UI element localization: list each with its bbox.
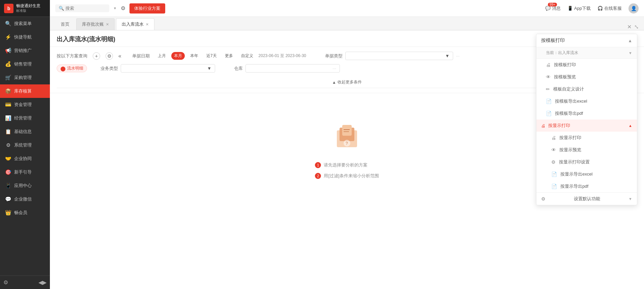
dp-display-print-settings[interactable]: ⚙ 按显示打印设置 — [536, 156, 637, 168]
sidebar-item-app-center[interactable]: 📱 应用中心 — [0, 179, 50, 192]
user-icon: 👤 — [631, 6, 637, 11]
current-label: 当前：出入库流水 — [546, 50, 578, 56]
sidebar-item-label: 畅会员 — [14, 210, 27, 216]
sidebar-item-label: 销售管理 — [14, 61, 32, 67]
search-box[interactable]: 🔍 — [55, 4, 109, 12]
chat-icon: 💬 — [5, 196, 11, 203]
topbar-settings-icon[interactable]: ⚙ — [121, 5, 125, 11]
business-type-select[interactable]: ▼ — [121, 64, 215, 73]
add-filter-btn[interactable]: + — [93, 52, 100, 60]
tab-home[interactable]: 首页 — [55, 19, 75, 30]
search-input[interactable] — [65, 6, 106, 11]
user-avatar[interactable]: 👤 — [628, 3, 639, 14]
dp-template-custom[interactable]: ✏ 模板自定义设计 — [536, 83, 637, 95]
warehouse-more[interactable]: ··· — [332, 66, 336, 71]
voucher-type-dropdown: ▼ — [445, 53, 449, 58]
sidebar-item-sales[interactable]: 💰 销售管理 — [0, 57, 50, 71]
dp-display-section-title: 🖨 按显示打印 — [541, 123, 570, 129]
warehouse-select[interactable]: ··· — [245, 64, 340, 73]
filter-settings-btn[interactable]: ⚙ — [106, 52, 113, 60]
content-wrapper: 出入库流水(流水明细) 🖨 按模板打印 ▲ 📤 导出 🔄 — [50, 30, 644, 289]
tab-label: 库存批次账 — [82, 21, 104, 27]
sidebar-item-label: 系统管理 — [14, 142, 32, 148]
date-this-year[interactable]: 本年 — [187, 52, 201, 60]
dp-display-section-header[interactable]: 🖨 按显示打印 ▲ — [536, 120, 637, 132]
search-dropdown-arrow[interactable]: ▼ — [113, 6, 117, 10]
top-bar: 🔍 ▼ ⚙ 体验行业方案 💬 消息 99+ 📱 App下载 🎧 — [50, 0, 644, 17]
online-service-btn[interactable]: 🎧 在线客服 — [597, 5, 622, 11]
dropdown-close-chevron[interactable]: ▲ — [628, 38, 632, 43]
date-last-month[interactable]: 上月 — [155, 52, 169, 60]
dp-display-print[interactable]: 🖨 按显示打印 — [536, 132, 637, 144]
sidebar-item-guide[interactable]: 🎯 新手引导 — [0, 165, 50, 179]
sidebar-item-operations[interactable]: 📊 经营管理 — [0, 111, 50, 125]
tab-flow[interactable]: 出入库流水 ✕ — [116, 18, 154, 30]
dropdown-header: 按模板打印 ▲ — [536, 34, 637, 47]
date-last-7-days[interactable]: 近7天 — [204, 52, 219, 60]
sidebar-item-label: 资金管理 — [14, 102, 32, 108]
settings-default-icon: ⚙ — [541, 196, 546, 202]
printer-icon: 🖨 — [546, 62, 551, 68]
sidebar-item-member[interactable]: 👑 畅会员 — [0, 206, 50, 219]
collapse-sidebar-icon[interactable]: ◀▶ — [38, 279, 47, 286]
voucher-type-select[interactable]: ▼ — [345, 52, 453, 60]
dp-template-preview[interactable]: 👁 按模板预览 — [536, 71, 637, 83]
cart-icon: 🛒 — [5, 74, 11, 81]
dp-template-export-excel[interactable]: 📄 按模板导出excel — [536, 95, 637, 107]
clipboard-icon: 📋 — [5, 128, 11, 135]
industry-btn[interactable]: 体验行业方案 — [129, 3, 165, 14]
date-custom[interactable]: 自定义 — [238, 52, 256, 60]
business-type-label: 业务类型 — [100, 65, 118, 72]
settings-bottom-icon[interactable]: ⚙ — [3, 279, 8, 286]
app-download-label: App下载 — [574, 5, 591, 11]
settings-icon: ⚙ — [551, 159, 556, 165]
headset-icon: 🎧 — [597, 6, 603, 11]
flow-tag[interactable]: ⬤ 流水明细 — [57, 64, 87, 72]
megaphone-icon: 📢 — [5, 47, 11, 54]
app-download-btn[interactable]: 📱 App下载 — [567, 5, 591, 11]
dp-sub-item-label: 按显示导出excel — [560, 171, 592, 177]
business-type-section: 业务类型 ▼ — [100, 64, 215, 73]
collapse-filter-icon[interactable]: « — [118, 53, 121, 59]
chart-icon: 📊 — [5, 115, 11, 122]
close-window-icon[interactable]: ✕ — [627, 24, 632, 30]
maximize-window-icon[interactable]: ⤡ — [634, 24, 639, 30]
sidebar-item-basic[interactable]: 📋 基础信息 — [0, 125, 50, 138]
dp-sub-item-label: 按显示预览 — [559, 147, 581, 153]
svg-rect-2 — [342, 125, 352, 136]
dropdown-title: 按模板打印 — [541, 37, 565, 44]
dp-display-preview[interactable]: 👁 按显示预览 — [536, 144, 637, 156]
dp-display-export-excel[interactable]: 📄 按显示导出excel — [536, 168, 637, 180]
sidebar-item-finance[interactable]: 💳 资金管理 — [0, 98, 50, 111]
sidebar-item-label: 企业微信 — [14, 196, 32, 202]
sidebar-item-quick-nav[interactable]: ⚡ 快捷导航 — [0, 30, 50, 44]
dp-template-export-pdf[interactable]: 📄 按模板导出pdf — [536, 107, 637, 120]
tab-batch[interactable]: 库存批次账 ✕ — [76, 18, 115, 30]
tab-close-batch[interactable]: ✕ — [106, 22, 109, 27]
collapse-label: 收起更多条件 — [338, 79, 362, 85]
date-more[interactable]: 更多 — [222, 52, 236, 60]
date-this-month[interactable]: 本月 — [171, 52, 185, 60]
tab-close-flow[interactable]: ✕ — [146, 22, 149, 27]
sidebar-item-inventory[interactable]: 📦 库存核算 — [0, 84, 50, 98]
current-arrow: ▼ — [628, 51, 632, 55]
display-print-section-icon: 🖨 — [541, 123, 546, 128]
dp-template-print[interactable]: 🖨 按模板打印 — [536, 59, 637, 71]
sidebar-item-wechat[interactable]: 💬 企业微信 — [0, 192, 50, 206]
page-title: 出入库流水(流水明细) — [57, 35, 115, 43]
voucher-type-section: 单据类型 ▼ ··· — [325, 52, 460, 60]
dp-footer-label: 设置默认功能 — [574, 196, 600, 202]
sidebar-item-system[interactable]: ⚙ 系统管理 — [0, 138, 50, 152]
dp-display-export-pdf[interactable]: 📄 按显示导出pdf — [536, 180, 637, 192]
message-btn[interactable]: 💬 消息 99+ — [545, 5, 561, 11]
sidebar-item-marketing[interactable]: 📢 营销推广 — [0, 44, 50, 57]
sidebar-item-search[interactable]: 🔍 搜索菜单 — [0, 17, 50, 30]
dp-footer[interactable]: ⚙ 设置默认功能 ▼ — [536, 192, 637, 205]
voucher-type-more[interactable]: ··· — [456, 53, 460, 58]
step-2-label: 用[过滤]条件来缩小分析范围 — [324, 172, 379, 180]
date-filter: 上月 本月 本年 近7天 更多 自定义 2023-06-01 至 2023-06… — [155, 52, 306, 60]
dp-sub-item-label: 按显示打印设置 — [559, 159, 590, 165]
sidebar-item-collab[interactable]: 🤝 企业协同 — [0, 152, 50, 165]
sidebar-item-label: 采购管理 — [14, 75, 32, 81]
sidebar-item-purchase[interactable]: 🛒 采购管理 — [0, 71, 50, 84]
